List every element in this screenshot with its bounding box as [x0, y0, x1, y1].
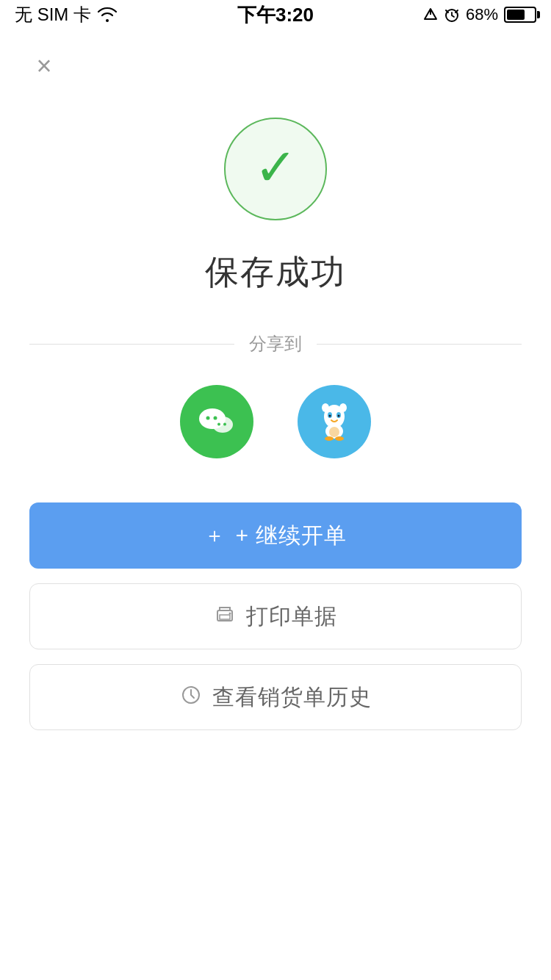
svg-point-13 [329, 427, 339, 437]
checkmark-icon: ✓ [254, 142, 298, 193]
alarm-icon [444, 7, 460, 23]
main-content: ✓ 保存成功 分享到 [0, 88, 551, 980]
qq-share-button[interactable] [298, 385, 371, 458]
success-title: 保存成功 [205, 250, 346, 295]
svg-point-5 [217, 423, 220, 426]
location-icon [423, 7, 438, 22]
svg-point-15 [339, 403, 347, 412]
svg-point-20 [229, 612, 231, 614]
status-bar: 无 SIM 卡 下午3:20 68% [0, 0, 551, 29]
wechat-share-button[interactable] [180, 385, 253, 458]
svg-point-11 [338, 415, 340, 417]
continue-button[interactable]: ＋ + 继续开单 [29, 502, 522, 569]
history-button[interactable]: 查看销货单历史 [29, 664, 522, 730]
svg-point-3 [206, 417, 210, 420]
svg-point-10 [329, 415, 331, 417]
battery-percent: 68% [466, 5, 498, 24]
print-label: 打印单据 [246, 602, 337, 632]
continue-label: + 继续开单 [236, 521, 347, 551]
svg-rect-19 [220, 615, 230, 619]
svg-point-16 [325, 436, 334, 441]
clock-icon [180, 684, 202, 711]
svg-point-14 [322, 403, 329, 412]
success-circle: ✓ [224, 118, 327, 220]
plus-icon: ＋ [204, 522, 226, 550]
divider-line-left [29, 344, 234, 345]
divider-line-right [317, 344, 522, 345]
history-label: 查看销货单历史 [212, 682, 372, 713]
close-icon: × [36, 53, 51, 79]
wechat-icon-svg [195, 400, 239, 444]
print-button[interactable]: 打印单据 [29, 583, 522, 649]
battery-icon [504, 7, 536, 23]
svg-point-6 [223, 423, 226, 426]
actions-section: ＋ + 继续开单 打印单据 查看销货单历 [29, 502, 522, 730]
printer-icon [214, 603, 236, 630]
share-label: 分享到 [249, 332, 302, 356]
status-left: 无 SIM 卡 [15, 3, 118, 26]
svg-point-4 [214, 417, 217, 420]
share-divider: 分享到 [29, 332, 522, 356]
svg-point-17 [335, 436, 344, 441]
no-sim-label: 无 SIM 卡 [15, 3, 91, 26]
share-section: 分享到 [29, 332, 522, 458]
wifi-icon [97, 7, 118, 23]
share-icons [29, 385, 522, 458]
qq-icon-svg [313, 400, 356, 443]
status-right: 68% [423, 5, 536, 24]
status-time: 下午3:20 [237, 2, 314, 28]
close-button[interactable]: × [22, 44, 66, 88]
